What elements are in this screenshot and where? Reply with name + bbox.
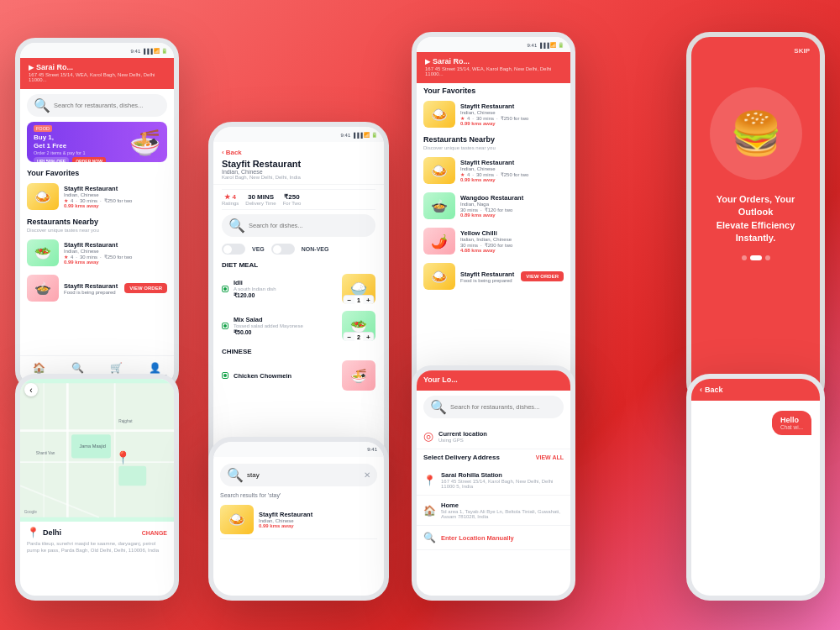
- category-chinese: CHINESE: [213, 344, 384, 357]
- clear-search-icon[interactable]: ✕: [364, 470, 370, 480]
- banner-food-illustration: 🍜: [129, 128, 160, 157]
- delivery-section-header: Select Delivery Address VIEW ALL: [417, 449, 570, 465]
- restaurant-stats: ★ 4 Ratings 30 MINS Delivery Time ₹250 F…: [222, 189, 375, 210]
- nearby-card-3-3[interactable]: 🌶️ Yellow Chilli Italian, Indian, Chines…: [417, 223, 570, 259]
- city-label: 📍 Delhi CHANGE: [27, 527, 167, 538]
- nearby-card-1[interactable]: 🥗 Stayfit Restaurant Indian, Chinese ★4·…: [20, 235, 174, 270]
- nearby-card-3-1[interactable]: 🍛 Stayfit Restaurant Indian, Chinese ★4·…: [417, 153, 570, 188]
- onboarding-content: SKIP 🍔 Your Orders, Your OutlookElevate …: [691, 37, 820, 401]
- address-sarai[interactable]: 📍 Sarai Rohilla Station 167 45 Street 15…: [417, 465, 570, 496]
- banner-line1: Buy 1,: [34, 134, 126, 142]
- phone-home-screen-large: 9:41 ▐▐▐ 📶 🔋 ▶ Sarai Ro... 167 45 Street…: [412, 32, 575, 406]
- view-order-button-3[interactable]: VIEW ORDER: [521, 271, 564, 281]
- search-bar-1[interactable]: 🔍: [27, 94, 167, 117]
- nearby-title-1: Restaurants Nearby: [20, 214, 174, 228]
- address-home[interactable]: 🏠 Home 5d area 1, Tayab Ali Bye Ln, Belt…: [417, 496, 570, 526]
- idli-qty-control[interactable]: − 1 +: [343, 295, 374, 304]
- view-order-button-1[interactable]: VIEW ORDER: [124, 283, 167, 293]
- greeting-bubble: Hello Chat wi...: [772, 411, 811, 435]
- search-icon-1: 🔍: [34, 97, 50, 113]
- search-result-1[interactable]: 🍛 Stayfit Restaurant Indian, Chinese 0.9…: [220, 501, 377, 539]
- view-all-button[interactable]: VIEW ALL: [536, 454, 564, 460]
- nearby-img-3-3: 🌶️: [423, 228, 455, 255]
- onboarding-title: Your Orders, Your OutlookElevate Efficie…: [701, 193, 810, 245]
- location-search-bar[interactable]: 🔍: [423, 396, 564, 418]
- sarai-info: Sarai Rohilla Station 167 45 Street 15/1…: [441, 471, 564, 489]
- chat-header: ‹ Back: [691, 379, 820, 401]
- greeting-text: Hello: [780, 416, 803, 424]
- nearby-card-3-2[interactable]: 🍲 Wangdoo Restaurant Indian, Naga 30 min…: [417, 188, 570, 223]
- menu-search-bar[interactable]: 🔍: [222, 214, 375, 237]
- idli-image: 🍚 − 1 +: [342, 274, 375, 304]
- search-input-6[interactable]: [247, 471, 360, 479]
- promo-banner-1[interactable]: FOOD Buy 1, Get 1 Free Order 2 items & p…: [27, 122, 167, 162]
- nearby-card-3-4[interactable]: 🍛 Stayfit Restaurant Food is being prepa…: [417, 259, 570, 294]
- restaurant-info-3: Stayfit Restaurant Indian, Chinese ★4·30…: [460, 102, 564, 126]
- restaurant-distance-1: 0.99 kms away: [64, 203, 167, 208]
- search-icon-manual: 🔍: [423, 532, 436, 543]
- salad-qty: 2: [354, 333, 363, 341]
- change-city-button[interactable]: CHANGE: [142, 530, 167, 536]
- stat-time: 30 MINS Delivery Time: [245, 193, 276, 206]
- nonveg-toggle[interactable]: [271, 244, 295, 255]
- gps-icon: ◎: [423, 429, 433, 443]
- home-icon-1: 🏠: [33, 363, 45, 373]
- back-button[interactable]: ‹ Back: [222, 149, 375, 156]
- location-search-input[interactable]: [450, 403, 557, 411]
- restaurant-page-name: Stayfit Restaurant: [222, 159, 375, 169]
- search-bar-6[interactable]: 🔍 ✕: [220, 464, 377, 486]
- banner-line2: Get 1 Free: [34, 142, 126, 150]
- restaurant-name-1: Stayfit Restaurant: [64, 185, 167, 192]
- home-icon-loc: 🏠: [423, 505, 436, 517]
- current-location-option[interactable]: ◎ Current location Using GPS: [417, 423, 570, 449]
- enter-manual-option[interactable]: 🔍 Enter Location Manually: [417, 526, 570, 550]
- status-bar-6: 9:41: [213, 442, 384, 457]
- onboarding-dots: [742, 255, 770, 260]
- menu-search-input[interactable]: [249, 222, 369, 229]
- favorite-card-3[interactable]: 🍛 Stayfit Restaurant Indian, Chinese ★4·…: [417, 97, 570, 132]
- current-location-info: Current location Using GPS: [438, 430, 487, 443]
- status-bar-1: 9:41 ▐▐▐ 📶 🔋: [20, 43, 174, 58]
- home-address-info: Home 5d area 1, Tayab Ali Bye Ln, Beltol…: [441, 501, 564, 519]
- nearby-sub-1: Discover unique tastes near you: [20, 228, 174, 235]
- restaurant-page-type: Indian, Chinese: [222, 169, 375, 175]
- nearby-card-2[interactable]: 🍲 Stayfit Restaurant Food is being prepa…: [20, 270, 174, 306]
- nearby-image-1: 🥗: [27, 239, 59, 266]
- svg-text:Rajghat: Rajghat: [118, 419, 133, 423]
- nearby-img-3-1: 🍛: [423, 157, 455, 184]
- location-description: Parda tileup, sunehri masjid ke saamne, …: [27, 540, 167, 554]
- map-info: 📍 Delhi CHANGE Parda tileup, sunehri mas…: [20, 522, 174, 559]
- onboarding-illustration: 🍔: [710, 87, 802, 180]
- menu-item-chowmein[interactable]: Chicken Chowmein 🍜: [213, 357, 384, 394]
- search-input-1[interactable]: [54, 102, 160, 109]
- menu-item-idli[interactable]: Idli A south Indian dish ₹120.00 🍚 − 1 +: [213, 270, 384, 307]
- svg-rect-8: [118, 466, 146, 486]
- skip-button[interactable]: SKIP: [794, 47, 810, 55]
- location-screen-title: Your Lo...: [423, 375, 564, 384]
- chat-back-btn[interactable]: ‹ Back: [700, 386, 723, 394]
- nearby-info-2: Stayfit Restaurant Food is being prepare…: [64, 282, 119, 295]
- banner-tag: FOOD: [34, 125, 52, 132]
- location-pin-icon: 📍: [27, 527, 39, 538]
- menu-item-salad[interactable]: Mix Salad Tossed salad added Mayonese ₹5…: [213, 307, 384, 344]
- restaurant-image-3: 🍛: [423, 101, 455, 128]
- veg-toggle[interactable]: [222, 244, 245, 255]
- chat-content: Hello Chat wi...: [691, 401, 820, 588]
- search-screen: 🔍 ✕ Search results for 'stay' 🍛 Stayfit …: [213, 457, 384, 546]
- salad-decrease[interactable]: −: [344, 333, 354, 341]
- restaurant-header: ‹ Back Stayfit Restaurant Indian, Chines…: [213, 142, 384, 185]
- stat-rating: ★ 4 Ratings: [222, 193, 239, 206]
- order-now-button[interactable]: ORDER NOW: [72, 157, 106, 162]
- favorite-card-1[interactable]: 🍛 Stayfit Restaurant Indian, Chinese ★4·…: [20, 179, 174, 214]
- cart-icon-1: 🛒: [110, 363, 123, 373]
- search-icon-loc: 🔍: [430, 399, 447, 415]
- favorites-title-1: Your Favorites: [20, 165, 174, 179]
- phone-chat: ‹ Back Hello Chat wi...: [686, 374, 825, 601]
- map-back-button[interactable]: ‹: [24, 383, 38, 396]
- veg-indicator-salad: [222, 323, 228, 329]
- salad-qty-control[interactable]: − 2 +: [343, 332, 374, 341]
- idli-increase[interactable]: +: [363, 296, 374, 304]
- idli-decrease[interactable]: −: [344, 296, 354, 304]
- salad-increase[interactable]: +: [363, 333, 374, 341]
- nearby-image-2: 🍲: [27, 275, 59, 302]
